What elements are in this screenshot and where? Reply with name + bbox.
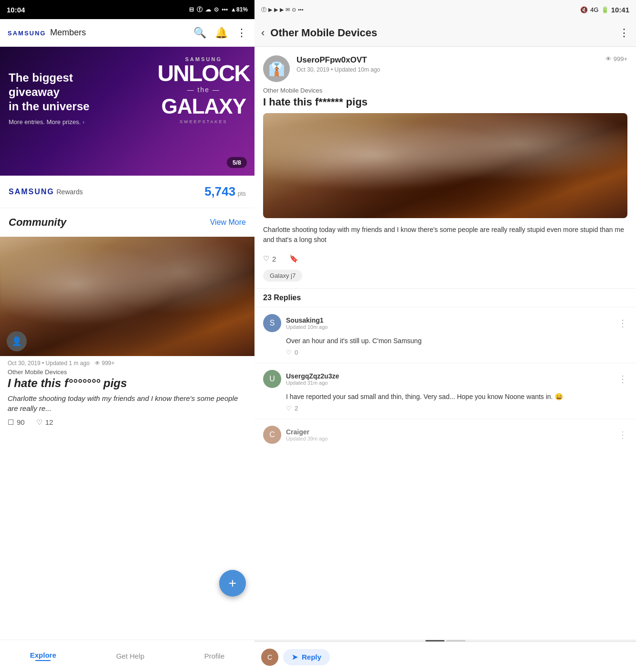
comment-action[interactable]: ☐ 90 (8, 418, 25, 427)
current-user-avatar: C (261, 649, 278, 666)
left-status-icons: ⓕ ▶ ▶ ▶ ✉ ⊙ ••• (261, 6, 304, 13)
author-info: UseroPFpw0xOVT Oct 30, 2019 • Updated 10… (297, 55, 599, 73)
post-category: Other Mobile Devices (8, 368, 247, 376)
top-icons: 🔍 🔔 ⋮ (193, 27, 247, 39)
members-text: Members (50, 28, 86, 37)
samsung-logo-text: SAMSUNG (8, 30, 46, 37)
nav-item-get-help[interactable]: Get Help (116, 652, 144, 660)
author-section: 👔 UseroPFpw0xOVT Oct 30, 2019 • Updated … (254, 47, 636, 87)
hero-right-content: SAMSUNG UNLOCK — the — GALAXY SWEEPSTAKE… (158, 56, 250, 124)
back-button[interactable]: ‹ (261, 27, 265, 39)
community-post-card[interactable]: 👤 Oct 30, 2019 • Updated 1 m ago 👁 999+ … (0, 237, 254, 640)
reply-more-craiger[interactable]: ⋮ (618, 429, 627, 441)
rewards-label: Rewards (56, 188, 83, 196)
reply-like-usergq[interactable]: ♡ 2 (263, 405, 627, 412)
like-action[interactable]: ♡ 12 (36, 418, 53, 427)
yt3-icon-r: ▶ (280, 7, 284, 13)
more-icon: ••• (222, 6, 228, 13)
heart-icon-right: ♡ (263, 254, 269, 263)
fb-icon-r: ⓕ (261, 6, 266, 13)
points-value: 5,743 (204, 184, 235, 199)
menu-icon[interactable]: ⋮ (236, 27, 247, 39)
tag-galaxy-j7[interactable]: Galaxy j7 (263, 270, 302, 282)
post-detail-scroll[interactable]: 👔 UseroPFpw0xOVT Oct 30, 2019 • Updated … (254, 47, 636, 640)
reply-item: S Sousaking1 Updated 10m ago ⋮ Over an h… (254, 307, 636, 363)
more-icon-r: ••• (298, 7, 304, 12)
nav-item-explore[interactable]: Explore (30, 651, 56, 661)
reply-body-sousaking: Over an hour and it's still up. C'mon Sa… (263, 336, 627, 346)
reply-user-info-3: Craiger Updated 39m ago (286, 428, 328, 441)
comment-icon: ☐ (8, 418, 14, 427)
fab-add-button[interactable]: + (219, 570, 246, 597)
bike-icon-r: ⊙ (292, 7, 296, 13)
hero-headline: The biggest giveaway in the universe (9, 71, 89, 114)
hero-badge: 5/8 (227, 157, 247, 168)
view-more-button[interactable]: View More (210, 218, 246, 227)
comment-count: 90 (17, 418, 25, 426)
explore-label: Explore (30, 651, 56, 659)
post-title-right: I hate this f****** pigs (254, 96, 636, 113)
like-button-right[interactable]: ♡ 2 (263, 254, 276, 263)
post-body: Charlotte shooting today with my friends… (254, 225, 636, 252)
post-actions: ☐ 90 ♡ 12 (0, 413, 254, 431)
community-header: Community View More (0, 208, 254, 237)
left-panel: 10:04 ⊟ ⓕ ☁ ⊙ ••• ▲81% SAMSUNG Members 🔍… (0, 0, 254, 672)
heart-icon-reply1: ♡ (286, 349, 292, 356)
rewards-points: 5,743 pts (204, 184, 246, 199)
reply-send-label: Reply (302, 653, 321, 661)
reply-more-usergq[interactable]: ⋮ (618, 373, 627, 385)
send-reply-button[interactable]: ➤ Reply (283, 649, 330, 665)
send-icon: ➤ (292, 653, 298, 662)
like-count-right: 2 (272, 255, 276, 263)
top-bar-right: ‹ Other Mobile Devices ⋮ (254, 19, 636, 47)
reply-more-sousaking[interactable]: ⋮ (618, 317, 627, 329)
time-right: 10:41 (611, 6, 629, 14)
heart-icon: ♡ (36, 418, 42, 427)
reply-item-2: U UsergqZqz2u3ze Updated 31m ago ⋮ I hav… (254, 363, 636, 419)
reply-body-usergq: I have reported your sad small and thin,… (263, 392, 627, 402)
cast-icon: ⊟ (189, 6, 194, 13)
post-image-right (263, 113, 627, 218)
reply-avatar-craiger: C (263, 426, 281, 444)
nba-icon: ⊙ (214, 6, 219, 13)
reply-avatar-usergq: U (263, 370, 281, 388)
community-title: Community (9, 216, 66, 229)
status-bar-left: 10:04 ⊟ ⓕ ☁ ⊙ ••• ▲81% (0, 0, 254, 19)
yt2-icon-r: ▶ (274, 7, 278, 13)
reply-meta-usergq: Updated 31m ago (286, 380, 339, 386)
tag-section: Galaxy j7 (254, 270, 636, 288)
reply-top-sousaking: S Sousaking1 Updated 10m ago ⋮ (263, 314, 627, 332)
reply-avatar-sousaking: S (263, 314, 281, 332)
top-bar-left: SAMSUNG Members 🔍 🔔 ⋮ (0, 19, 254, 47)
hero-banner[interactable]: The biggest giveaway in the universe Mor… (0, 47, 254, 176)
reply-like-sousaking[interactable]: ♡ 0 (263, 349, 627, 356)
author-meta: Oct 30, 2019 • Updated 10m ago (297, 66, 599, 73)
rewards-logo: SAMSUNG Rewards (9, 188, 83, 196)
right-panel: ⓕ ▶ ▶ ▶ ✉ ⊙ ••• 🔇 4G 🔋 10:41 ‹ Other Mob… (254, 0, 636, 672)
reply-meta-craiger: Updated 39m ago (286, 436, 328, 441)
post-thumbnail: 👤 (0, 237, 254, 356)
post-excerpt: Charlotte shooting today with my friends… (0, 390, 254, 413)
post-category-right: Other Mobile Devices (254, 87, 636, 96)
post-image-blur-right (263, 113, 627, 218)
replies-header: 23 Replies (254, 288, 636, 307)
reply-item-partial: C Craiger Updated 39m ago ⋮ (254, 419, 636, 450)
hero-subtext: More entries. More prizes. › (9, 118, 89, 126)
reply-username-sousaking: Sousaking1 (286, 316, 328, 324)
post-image-blur (0, 237, 254, 356)
fb-icon: ⓕ (197, 6, 202, 14)
notification-icon[interactable]: 🔔 (215, 27, 228, 39)
reply-top-usergq: U UsergqZqz2u3ze Updated 31m ago ⋮ (263, 370, 627, 388)
time-left: 10:04 (7, 6, 25, 14)
reply-bar: C ➤ Reply (254, 641, 636, 672)
yt-icon-r: ▶ (268, 7, 272, 13)
bookmark-button-right[interactable]: 🔖 (289, 254, 298, 263)
more-options-button[interactable]: ⋮ (619, 27, 629, 39)
bottom-navigation: Explore Get Help Profile (0, 640, 254, 672)
eye-icon: 👁 (605, 55, 612, 63)
hero-content: The biggest giveaway in the universe Mor… (9, 71, 89, 126)
wifi-icon: ▲81% (231, 6, 248, 13)
nav-item-profile[interactable]: Profile (204, 652, 225, 660)
search-icon[interactable]: 🔍 (193, 27, 206, 39)
post-meta: Oct 30, 2019 • Updated 1 m ago 👁 999+ (0, 356, 254, 367)
